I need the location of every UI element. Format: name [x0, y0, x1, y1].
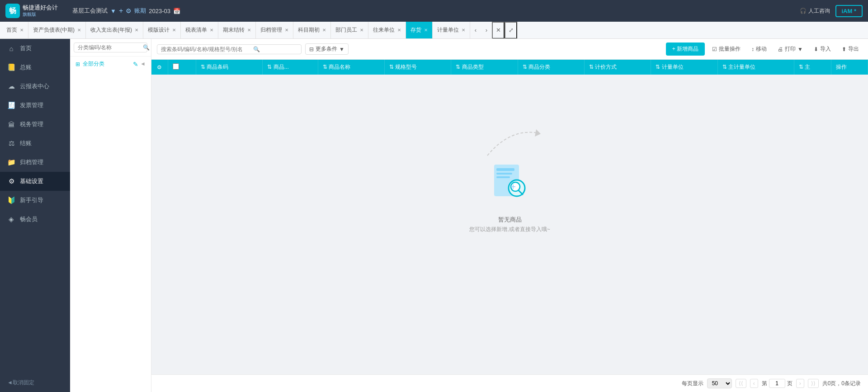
home-icon: ⌂	[7, 45, 15, 52]
tab-subject[interactable]: 科目期初 ✕	[293, 22, 331, 39]
svg-rect-3	[496, 173, 512, 175]
account-dropdown-icon[interactable]: ▼	[110, 8, 116, 14]
print-button[interactable]: 🖨 打印 ▼	[774, 43, 807, 55]
sidebar-item-member[interactable]: ◈ 畅会员	[0, 210, 70, 229]
tab-partner-close[interactable]: ✕	[397, 28, 401, 33]
page-number-input[interactable]	[769, 379, 785, 388]
col-category[interactable]: ⇅ 商品分类	[518, 60, 584, 75]
tab-unit[interactable]: 计量单位 ✕	[433, 22, 470, 39]
first-page-button[interactable]: ⟨⟨	[736, 379, 746, 388]
iam-button[interactable]: iAM *	[835, 5, 863, 17]
empty-document-icon	[487, 160, 533, 205]
tab-inventory-label: 存货	[410, 26, 421, 34]
all-categories-item[interactable]: ⊞ 全部分类 ✎ ◄	[70, 57, 151, 71]
sidebar-item-ledger[interactable]: 📒 总账	[0, 58, 70, 77]
cancel-fixed-button[interactable]: ◄取消固定	[0, 373, 70, 392]
sidebar-item-basic[interactable]: ⚙ 基础设置	[0, 172, 70, 191]
import-button[interactable]: ⬇ 导入	[810, 43, 835, 55]
new-product-button[interactable]: + 新增商品	[666, 43, 705, 56]
empty-state: 暂无商品 您可以选择新增,或者直接导入哦~	[151, 75, 868, 278]
col-pricing[interactable]: ⇅ 计价方式	[585, 60, 651, 75]
tab-income[interactable]: 收入支出表(年报) ✕	[86, 22, 143, 39]
tab-template[interactable]: 模版设计 ✕	[143, 22, 181, 39]
right-content: 🔍 ⊟ 更多条件 ▼ + 新增商品 ☑ 批量操作	[151, 39, 868, 392]
sidebar-item-reports[interactable]: ☁ 云报表中心	[0, 77, 70, 96]
sidebar-item-invoice[interactable]: 🧾 发票管理	[0, 96, 70, 115]
col-barcode[interactable]: ⇅ 商品条码	[196, 60, 263, 75]
member-icon: ◈	[7, 215, 15, 223]
select-all-checkbox[interactable]	[173, 63, 179, 70]
tab-balance-close[interactable]: ✕	[77, 28, 81, 33]
collapse-panel-icon[interactable]: ◄	[140, 61, 146, 68]
tab-dept[interactable]: 部门员工 ✕	[331, 22, 368, 39]
add-tab-button[interactable]: +	[119, 7, 123, 15]
export-button[interactable]: ⬆ 导出	[838, 43, 863, 55]
move-label: 移动	[756, 45, 767, 53]
tab-unit-close[interactable]: ✕	[462, 28, 465, 33]
tab-dept-close[interactable]: ✕	[360, 28, 363, 33]
more-filter-button[interactable]: ⊟ 更多条件 ▼	[305, 43, 349, 55]
tab-home[interactable]: 首页 ✕	[2, 22, 28, 39]
customer-service-button[interactable]: 🎧 人工咨询	[800, 7, 830, 15]
tab-prev-button[interactable]: ‹	[470, 22, 481, 39]
tab-home-label: 首页	[6, 26, 17, 34]
tab-close-all-button[interactable]: ✕	[492, 22, 505, 39]
batch-operation-button[interactable]: ☑ 批量操作	[708, 43, 744, 55]
tab-template-close[interactable]: ✕	[172, 28, 176, 33]
tab-dept-label: 部门员工	[335, 26, 357, 34]
sidebar-label-reports: 云报表中心	[20, 82, 49, 90]
sidebar-item-close[interactable]: ⚖ 结账	[0, 134, 70, 153]
left-panel: 🔍 ⊞ 全部分类 ✎ ◄	[70, 39, 151, 392]
col-spec[interactable]: ⇅ 规格型号	[385, 60, 451, 75]
col-main-unit[interactable]: ⇅ 主计量单位	[717, 60, 794, 75]
col-code[interactable]: ⇅ 商品...	[263, 60, 318, 75]
tab-taxclear-label: 税表清单	[185, 26, 207, 34]
tab-home-close[interactable]: ✕	[20, 28, 24, 33]
guide-icon: 🔰	[7, 196, 15, 204]
tab-next-button[interactable]: ›	[481, 22, 492, 39]
tab-income-close[interactable]: ✕	[135, 28, 138, 33]
tab-taxclear[interactable]: 税表清单 ✕	[181, 22, 218, 39]
col-checkbox[interactable]	[168, 60, 196, 75]
calendar-icon[interactable]: 📅	[173, 8, 180, 14]
tab-yearend[interactable]: 期末结转 ✕	[218, 22, 256, 39]
per-page-select[interactable]: 50 10 20 100	[707, 378, 732, 388]
sidebar-item-tax[interactable]: 🏛 税务管理	[0, 115, 70, 134]
move-button[interactable]: ↕ 移动	[748, 43, 770, 55]
last-page-button[interactable]: ⟩⟩	[808, 379, 819, 388]
settings-icon[interactable]: ⚙	[126, 7, 132, 14]
tab-archive-close[interactable]: ✕	[285, 28, 288, 33]
tab-archive[interactable]: 归档管理 ✕	[256, 22, 293, 39]
col-unit[interactable]: ⇅ 计量单位	[651, 60, 717, 75]
product-search-icon[interactable]: 🔍	[253, 46, 260, 52]
col-name[interactable]: ⇅ 商品名称	[318, 60, 384, 75]
tab-subject-close[interactable]: ✕	[322, 28, 326, 33]
col-settings[interactable]: ⚙	[151, 60, 168, 75]
tab-partner[interactable]: 往来单位 ✕	[368, 22, 406, 39]
tab-yearend-close[interactable]: ✕	[247, 28, 251, 33]
empty-text: 暂无商品	[498, 216, 522, 224]
next-page-button[interactable]: ›	[796, 379, 804, 388]
tab-unit-label: 计量单位	[437, 26, 459, 34]
batch-label: 批量操作	[719, 45, 741, 53]
product-search-input[interactable]	[161, 46, 251, 52]
tab-inventory-close[interactable]: ✕	[424, 28, 428, 33]
edit-category-icon[interactable]: ✎	[133, 61, 138, 68]
category-search-input[interactable]	[78, 44, 141, 51]
tab-bar: 首页 ✕ 资产负债表(中期) ✕ 收入支出表(年报) ✕ 模版设计 ✕ 税表清单…	[0, 22, 868, 39]
tab-expand-button[interactable]: ⤢	[505, 22, 517, 39]
tab-taxclear-close[interactable]: ✕	[210, 28, 213, 33]
col-type[interactable]: ⇅ 商品类型	[451, 60, 518, 75]
tab-balance[interactable]: 资产负债表(中期) ✕	[28, 22, 86, 39]
sidebar-label-close: 结账	[20, 139, 32, 147]
col-extra[interactable]: ⇅ 主	[794, 60, 831, 75]
tab-partner-label: 往来单位	[373, 26, 395, 34]
category-search-icon[interactable]: 🔍	[143, 44, 150, 51]
tab-inventory[interactable]: 存货 ✕	[406, 22, 433, 39]
table-gear-icon[interactable]: ⚙	[157, 64, 162, 71]
sidebar-label-basic: 基础设置	[20, 177, 43, 185]
prev-page-button[interactable]: ‹	[750, 379, 758, 388]
sidebar-item-guide[interactable]: 🔰 新手引导	[0, 191, 70, 210]
sidebar-item-home[interactable]: ⌂ 首页	[0, 39, 70, 58]
sidebar-item-archive[interactable]: 📁 归档管理	[0, 153, 70, 172]
